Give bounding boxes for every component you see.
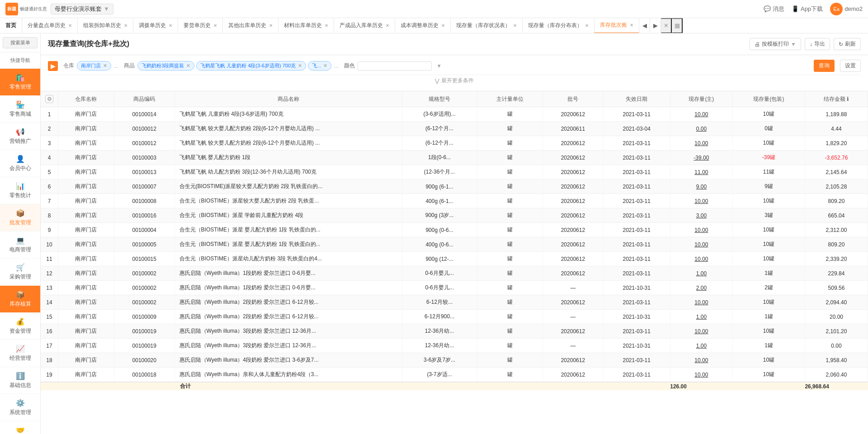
sidebar-item-label: 批发管理 [9, 219, 31, 226]
col-settings-icon[interactable]: ⚙ [45, 95, 53, 103]
tab-xianzai1[interactable]: 现存量（库存状况表）✕ [451, 18, 523, 33]
cell-qty-main[interactable]: 10.00 [670, 368, 732, 382]
batch-mgmt-icon: 📦 [16, 209, 25, 217]
tab-close-icon[interactable]: ✕ [325, 23, 328, 28]
cell-expire: 2021-10-31 [603, 310, 670, 324]
cell-qty-main[interactable]: -39.00 [670, 151, 732, 165]
cell-qty-main[interactable]: 10.00 [670, 107, 732, 122]
tab-close-icon[interactable]: ✕ [213, 23, 217, 28]
tab-chanliao[interactable]: 产成品入库单历史✕ [334, 18, 395, 33]
cell-qty-main[interactable]: 10.00 [670, 353, 732, 368]
cell-unit: 罐 [477, 339, 543, 353]
product-tag-1[interactable]: 飞鹤奶粉3段两提装 ✕ [137, 61, 194, 71]
sidebar-search-btn[interactable]: 搜索菜单 [3, 37, 38, 48]
sidebar-quicknav-btn[interactable]: 快捷导航 [0, 55, 40, 66]
cell-name: 合生元（BIOSTIME）派星较大婴儿配方奶粉 2段 乳铁蛋... [175, 194, 402, 208]
template-print-label: 按模板打印 [762, 40, 789, 48]
tab-close-icon[interactable]: ✕ [585, 23, 589, 28]
user-area[interactable]: Ea demo2 [830, 3, 863, 15]
tab-close-icon[interactable]: ✕ [124, 23, 127, 28]
cell-qty-main[interactable]: 3.00 [670, 208, 732, 223]
sidebar-item-retail-mgmt[interactable]: 🛍️ 零售管理 [0, 69, 40, 96]
col-qty-main: 现存量(主) [670, 91, 732, 107]
table-row: 12南岸门店00100002惠氏启陆（Wyeth illuma）1段奶粉 爱尔兰… [41, 266, 868, 281]
sidebar-item-basic[interactable]: ℹ️ 基础信息 [0, 367, 40, 394]
sidebar-item-marketing[interactable]: 📢 营销推广 [0, 123, 40, 150]
tab-zuchai[interactable]: 组装拆卸单历史✕ [78, 18, 133, 33]
cell-no: 13 [41, 281, 58, 295]
tab-fenku[interactable]: 分量盘点单历史✕ [22, 18, 78, 33]
tab-yaohuo[interactable]: 要货单历史✕ [178, 18, 223, 33]
tab-chengben[interactable]: 成本调整单历史✕ [395, 18, 451, 33]
tab-close-icon[interactable]: ✕ [169, 23, 172, 28]
cell-qty-main[interactable]: 1.00 [670, 266, 732, 281]
cell-qty-main[interactable]: 1.00 [670, 339, 732, 353]
filter-expand-arrow[interactable]: ▶ [48, 61, 58, 71]
cell-qty-main[interactable]: 10.00 [670, 136, 732, 151]
cell-qty-main[interactable]: 10.00 [670, 194, 732, 208]
filter-warehouse: 仓库 南岸门店 ✕ ... [63, 61, 118, 71]
cell-code: 00100009 [114, 310, 175, 324]
tab-kucun[interactable]: 库存批次账✕ [594, 18, 639, 33]
sidebar-item-member[interactable]: 👤 会员中心 [0, 150, 40, 177]
nav-next-btn[interactable]: ▶ [650, 18, 661, 33]
settings-btn[interactable]: 设置 [840, 60, 861, 72]
breadcrumb-select[interactable]: 母婴行业演示账套 ▼ [51, 4, 113, 14]
cell-qty-main[interactable]: 11.00 [670, 165, 732, 179]
cell-qty-main[interactable]: 10.00 [670, 295, 732, 310]
cell-qty-main[interactable]: 10.00 [670, 252, 732, 266]
tab-close-icon[interactable]: ✕ [441, 23, 445, 28]
nav-prev-btn[interactable]: ◀ [639, 18, 650, 33]
cell-qty-main[interactable]: 10.00 [670, 223, 732, 237]
product-tag-2-close-icon[interactable]: ✕ [298, 63, 302, 69]
sidebar-item-retail-stat[interactable]: 📊 零售统计 [0, 177, 40, 204]
content-area: 现存量查询(按仓库+批次) 🖨 按模板打印 ▼ ↓ 导出 ↻ 刷新 [41, 33, 868, 434]
tab-cailiao[interactable]: 材料出库单历史✕ [278, 18, 334, 33]
warehouse-tag-close-icon[interactable]: ✕ [103, 63, 107, 69]
sidebar-item-company[interactable]: 🤝 企业协同 [0, 421, 40, 434]
tab-close-icon[interactable]: ✕ [269, 23, 273, 28]
cell-batch: 20200612 [543, 266, 604, 281]
nav-menu-btn[interactable]: ▦ [672, 18, 683, 33]
cell-qty-main[interactable]: 1.00 [670, 310, 732, 324]
refresh-btn[interactable]: ↻ 刷新 [834, 38, 861, 50]
sidebar-item-retail-shop[interactable]: 🏪 零售商城 [0, 96, 40, 123]
tab-qita[interactable]: 其他出库单历史✕ [223, 18, 278, 33]
product-tag-2[interactable]: 飞鹤星飞帆 儿童奶粉 4段(3-6岁适用) 700克 ✕ [196, 61, 306, 71]
tab-close-icon[interactable]: ✕ [386, 23, 389, 28]
tab-close-icon[interactable]: ✕ [68, 23, 72, 28]
cell-qty-main[interactable]: 0.00 [670, 122, 732, 136]
expand-more-btn[interactable]: ⋁ 展开更多条件 [48, 75, 861, 86]
sidebar-item-ecommerce[interactable]: 💻 电商管理 [0, 231, 40, 259]
query-btn[interactable]: 查询 [814, 60, 835, 72]
tab-close-icon[interactable]: ✕ [513, 23, 517, 28]
color-dropdown-icon[interactable]: ▼ [436, 63, 442, 69]
sidebar-item-finance[interactable]: 💰 资金管理 [0, 313, 40, 340]
cell-qty-main[interactable]: 10.00 [670, 237, 732, 252]
app-download-btn[interactable]: 📱 App下载 [792, 5, 823, 13]
col-warehouse: 仓库名称 [58, 91, 114, 107]
footer-empty7 [603, 382, 670, 390]
cell-qty-main[interactable]: 9.00 [670, 179, 732, 194]
tab-home[interactable]: 首页 [0, 18, 22, 33]
nav-close-all-btn[interactable]: ✕ [661, 18, 672, 33]
sidebar-item-purchase[interactable]: 🛒 采购管理 [0, 259, 40, 286]
sidebar-item-system[interactable]: ⚙️ 系统管理 [0, 394, 40, 421]
cell-qty-main[interactable]: 2.00 [670, 281, 732, 295]
product-tag-1-close-icon[interactable]: ✕ [186, 63, 190, 69]
cell-qty-main[interactable]: 10.00 [670, 324, 732, 339]
cell-code: 00100019 [114, 324, 175, 339]
tab-xianzai2[interactable]: 现存量（库存分布表）✕ [523, 18, 594, 33]
template-print-btn[interactable]: 🖨 按模板打印 ▼ [750, 38, 801, 50]
color-input[interactable] [358, 61, 432, 71]
tab-close-icon[interactable]: ✕ [630, 23, 633, 28]
export-btn[interactable]: ↓ 导出 [805, 38, 830, 50]
product-tag-3[interactable]: 飞... ✕ [308, 61, 331, 71]
tab-tiaobo[interactable]: 调拨单历史✕ [133, 18, 178, 33]
product-tag-3-close-icon[interactable]: ✕ [323, 63, 327, 69]
message-btn[interactable]: 💬 消息 [764, 5, 784, 13]
sidebar-item-operation[interactable]: 📈 经营管理 [0, 340, 40, 367]
sidebar-item-batch-mgmt[interactable]: 📦 批发管理 [0, 204, 40, 231]
warehouse-tag[interactable]: 南岸门店 ✕ [77, 61, 111, 71]
sidebar-item-stock[interactable]: 📦 库存核算 [0, 286, 40, 313]
